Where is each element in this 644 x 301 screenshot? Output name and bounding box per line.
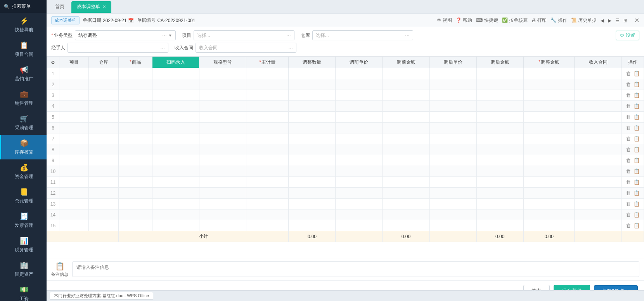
row-13-unit[interactable] [246,199,288,209]
next-action[interactable]: ▶ [608,18,611,23]
row-6-adj-qty[interactable] [289,123,336,133]
row-9-delete-icon[interactable]: 🗑 [626,157,631,163]
row-6-after-price[interactable] [429,123,476,133]
row-12-adj-qty[interactable] [289,188,336,199]
shortcut-action[interactable]: ⌨ 快捷键 [476,17,498,24]
sidebar-item-capital-mgmt[interactable]: 💰资金管理 [0,159,47,184]
row-2-spec[interactable] [199,79,246,90]
row-5-product[interactable] [118,112,152,123]
row-4-adj-amount[interactable] [523,101,575,112]
row-9-project[interactable] [59,155,89,166]
row-7-copy-icon[interactable]: 📋 [634,136,640,142]
expand-action[interactable]: ⊞ [623,18,627,23]
row-15-after-price[interactable] [429,220,476,231]
row-15-income-contract[interactable] [575,220,621,231]
row-3-scan[interactable] [152,90,199,101]
row-8-unit[interactable] [246,144,288,155]
row-14-product[interactable] [118,209,152,220]
row-14-spec[interactable] [199,209,246,220]
row-4-unit[interactable] [246,101,288,112]
form-close-btn[interactable]: ✕ [634,17,639,24]
row-3-warehouse[interactable] [89,90,118,101]
row-13-warehouse[interactable] [89,199,118,209]
row-3-spec[interactable] [199,90,246,101]
row-12-after-price[interactable] [429,188,476,199]
row-14-adj-amount[interactable] [523,209,575,220]
row-7-unit[interactable] [246,133,288,144]
row-10-product[interactable] [118,166,152,177]
row-15-copy-icon[interactable]: 📋 [634,223,640,228]
row-3-unit[interactable] [246,90,288,101]
row-3-copy-icon[interactable]: 📋 [634,92,640,98]
business-type-input[interactable]: 结存调整 ··· ▼ [75,30,176,40]
row-13-adj-amount[interactable] [523,199,575,209]
sidebar-item-project-contract[interactable]: 📋项目合同 [0,37,47,62]
row-10-copy-icon[interactable]: 📋 [634,168,640,174]
row-4-scan[interactable] [152,101,199,112]
row-10-before-amount[interactable] [383,166,429,177]
row-10-delete-icon[interactable]: 🗑 [626,168,631,174]
row-4-warehouse[interactable] [89,101,118,112]
row-4-after-price[interactable] [429,101,476,112]
row-7-delete-icon[interactable]: 🗑 [626,136,631,142]
row-1-copy-icon[interactable]: 📋 [634,71,640,76]
row-15-scan[interactable] [152,220,199,231]
row-7-project[interactable] [59,133,89,144]
row-14-adj-qty[interactable] [289,209,336,220]
row-12-income-contract[interactable] [575,188,621,199]
row-8-product[interactable] [118,144,152,155]
row-9-after-price[interactable] [429,155,476,166]
row-2-before-amount[interactable] [383,79,429,90]
row-6-scan[interactable] [152,123,199,133]
row-3-income-contract[interactable] [575,90,621,101]
row-11-adj-qty[interactable] [289,177,336,188]
sidebar-item-inventory-calc[interactable]: 📦库存核算 [0,135,47,159]
row-10-after-price[interactable] [429,166,476,177]
row-12-after-amount[interactable] [476,188,523,199]
row-3-adj-qty[interactable] [289,90,336,101]
row-6-copy-icon[interactable]: 📋 [634,125,640,131]
row-1-unit[interactable] [246,68,288,79]
row-2-after-amount[interactable] [476,79,523,90]
row-5-delete-icon[interactable]: 🗑 [626,114,631,120]
row-11-delete-icon[interactable]: 🗑 [626,179,631,185]
row-3-after-price[interactable] [429,90,476,101]
row-7-before-amount[interactable] [383,133,429,144]
notes-input[interactable] [72,261,639,277]
settings-button[interactable]: ⚙ 设置 [616,31,639,40]
row-5-spec[interactable] [199,112,246,123]
row-12-unit[interactable] [246,188,288,199]
row-8-income-contract[interactable] [575,144,621,155]
row-13-product[interactable] [118,199,152,209]
row-3-after-amount[interactable] [476,90,523,101]
handler-input[interactable]: ··· [68,43,168,53]
review-action[interactable]: ✅ 按单核算 [502,17,528,24]
row-8-warehouse[interactable] [89,144,118,155]
sidebar-item-purchase-mgmt[interactable]: 🛒采购管理 [0,111,47,135]
tab-cost-adjust[interactable]: 成本调整单 ✕ [71,1,111,13]
row-11-before-amount[interactable] [383,177,429,188]
row-15-project[interactable] [59,220,89,231]
row-11-copy-icon[interactable]: 📋 [634,179,640,185]
row-12-spec[interactable] [199,188,246,199]
row-14-delete-icon[interactable]: 🗑 [626,212,631,218]
row-14-after-price[interactable] [429,209,476,220]
row-13-income-contract[interactable] [575,199,621,209]
sidebar-search[interactable]: 🔍 搜索菜单 [0,0,47,13]
row-1-adj-qty[interactable] [289,68,336,79]
list-view-action[interactable]: ☰ [615,18,620,23]
row-12-product[interactable] [118,188,152,199]
row-4-spec[interactable] [199,101,246,112]
col-scan-input[interactable]: 扫码录入 [152,57,199,68]
row-11-product[interactable] [118,177,152,188]
row-14-before-amount[interactable] [383,209,429,220]
row-14-copy-icon[interactable]: 📋 [634,212,640,218]
row-6-unit[interactable] [246,123,288,133]
row-13-scan[interactable] [152,199,199,209]
sidebar-item-fixed-assets[interactable]: 🏢固定资产 [0,257,47,282]
row-3-project[interactable] [59,90,89,101]
row-6-spec[interactable] [199,123,246,133]
row-9-before-price[interactable] [336,155,383,166]
row-11-after-price[interactable] [429,177,476,188]
row-7-before-price[interactable] [336,133,383,144]
